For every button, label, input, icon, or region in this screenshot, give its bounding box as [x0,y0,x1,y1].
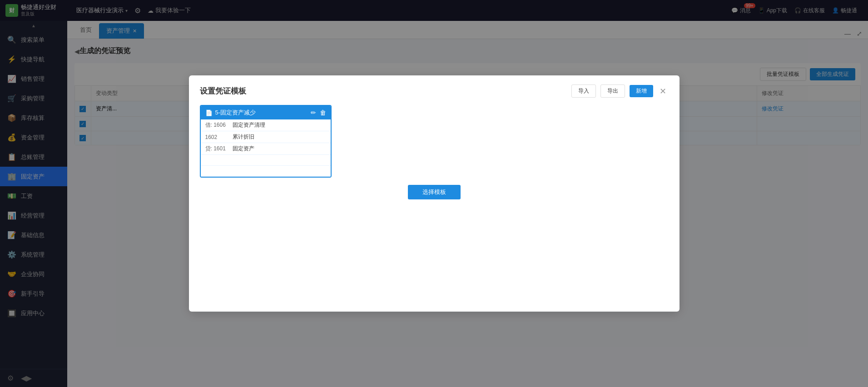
template-entry-row: 贷: 1601固定资产 [201,143,331,155]
template-card-header: 📄 5-固定资产减少 ✏ 🗑 [201,106,331,119]
template-card-header-right: ✏ 🗑 [311,109,326,116]
template-card-header-left: 📄 5-固定资产减少 [205,109,256,117]
edit-template-icon[interactable]: ✏ [311,109,316,116]
template-entries: 借: 1606固定资产清理 1602累计折旧贷: 1601固定资产 [201,119,331,177]
entry-account-0: 固定资产清理 [233,121,326,129]
modal-title: 设置凭证模板 [200,86,246,96]
new-template-button[interactable]: 新增 [630,85,653,97]
template-entry-row: 1602累计折旧 [201,131,331,143]
entry-account-1: 累计折旧 [233,133,326,141]
select-template-button[interactable]: 选择模板 [408,185,461,199]
export-button[interactable]: 导出 [600,84,625,98]
modal-header-actions: 导入 导出 新增 ✕ [571,84,669,98]
template-entry-empty-row [201,166,331,177]
entry-account-2: 固定资产 [233,145,326,153]
entry-type-2: 贷: 1601 [205,145,233,153]
modal-overlay[interactable]: 设置凭证模板 导入 导出 新增 ✕ 📄 5-固定资产减少 [0,0,868,387]
import-button[interactable]: 导入 [571,84,596,98]
template-entry-empty-row [201,155,331,166]
template-entry-row: 借: 1606固定资产清理 [201,119,331,131]
delete-template-icon[interactable]: 🗑 [320,109,326,116]
template-name: 5-固定资产减少 [215,109,256,117]
entry-type-1: 1602 [205,134,233,140]
template-card: 📄 5-固定资产减少 ✏ 🗑 借: 1606固定资产清理 1602累计折旧贷: … [200,105,332,178]
modal-body: 📄 5-固定资产减少 ✏ 🗑 借: 1606固定资产清理 1602累计折旧贷: … [189,105,680,312]
modal-dialog: 设置凭证模板 导入 导出 新增 ✕ 📄 5-固定资产减少 [189,75,680,312]
modal-header: 设置凭证模板 导入 导出 新增 ✕ [189,75,680,105]
template-doc-icon: 📄 [205,109,213,116]
modal-close-button[interactable]: ✕ [658,86,669,97]
entry-type-0: 借: 1606 [205,121,233,129]
